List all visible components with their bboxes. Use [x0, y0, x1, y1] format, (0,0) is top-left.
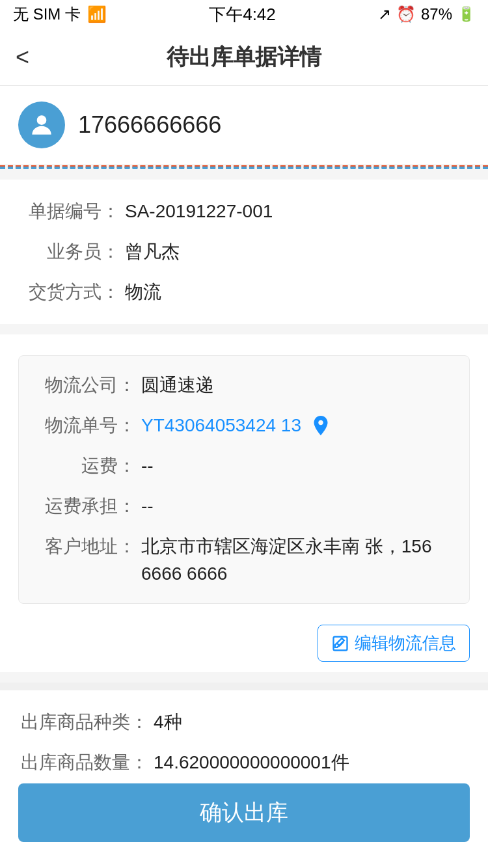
status-right: ↗ ⏰ 87% 🔋: [378, 5, 475, 23]
nav-bar: < 待出库单据详情: [0, 29, 488, 86]
tracking-no-value: YT43064053424 13: [141, 412, 451, 439]
goods-type-label: 出库商品种类：: [21, 709, 154, 736]
goods-quantity-row: 出库商品数量： 14.620000000000001件: [21, 749, 467, 776]
goods-type-row: 出库商品种类： 4种: [21, 709, 467, 736]
address-row: 客户地址： 北京市市辖区海淀区永丰南 张，156 6666 6666: [37, 533, 451, 588]
freight-bearer-row: 运费承担： --: [37, 493, 451, 520]
edit-btn-container: 编辑物流信息: [18, 614, 470, 662]
confirm-btn-wrapper: 确认出库: [0, 773, 488, 868]
battery-text: 87%: [421, 5, 452, 23]
freight-label: 运费：: [37, 452, 141, 480]
confirm-outbound-button[interactable]: 确认出库: [18, 783, 470, 842]
delivery-method-value: 物流: [125, 278, 467, 306]
edit-icon: [331, 634, 349, 653]
wifi-icon: 📶: [87, 5, 107, 23]
freight-value: --: [141, 452, 451, 480]
freight-bearer-value: --: [141, 493, 451, 520]
battery-icon: 🔋: [457, 6, 475, 23]
map-pin-icon[interactable]: [309, 414, 332, 437]
section-divider: [0, 683, 488, 690]
logistics-company-label: 物流公司：: [37, 372, 141, 399]
customer-phone: 17666666666: [78, 111, 221, 139]
customer-header: 17666666666: [0, 86, 488, 164]
basic-info-section: 单据编号： SA-20191227-001 业务员： 曾凡杰 交货方式： 物流: [0, 180, 488, 324]
avatar: [18, 102, 65, 148]
address-value: 北京市市辖区海淀区永丰南 张，156 6666 6666: [141, 533, 451, 588]
status-bar: 无 SIM 卡 📶 下午4:42 ↗ ⏰ 87% 🔋: [0, 0, 488, 29]
tracking-no-row: 物流单号： YT43064053424 13: [37, 412, 451, 439]
location-status-icon: ↗: [378, 5, 391, 23]
freight-bearer-label: 运费承担：: [37, 493, 141, 520]
address-label: 客户地址：: [37, 533, 141, 560]
logistics-card: 物流公司： 圆通速递 物流单号： YT43064053424 13 运费： --…: [18, 355, 470, 604]
user-icon: [27, 111, 56, 139]
alarm-icon: ⏰: [396, 5, 416, 23]
status-time: 下午4:42: [209, 3, 276, 26]
goods-quantity-label: 出库商品数量：: [21, 749, 154, 776]
freight-row: 运费： --: [37, 452, 451, 480]
tracking-no-label: 物流单号：: [37, 412, 141, 439]
salesman-label: 业务员：: [21, 238, 125, 265]
status-left: 无 SIM 卡 📶: [13, 4, 107, 25]
dashed-divider: [0, 164, 488, 169]
logistics-section: 物流公司： 圆通速递 物流单号： YT43064053424 13 运费： --…: [0, 334, 488, 672]
logistics-company-value: 圆通速递: [141, 372, 451, 399]
page-title: 待出库单据详情: [167, 42, 321, 72]
salesman-value: 曾凡杰: [125, 238, 467, 265]
goods-quantity-value: 14.620000000000001件: [154, 749, 467, 776]
order-no-label: 单据编号：: [21, 198, 125, 225]
edit-logistics-button[interactable]: 编辑物流信息: [318, 625, 470, 662]
order-no-value: SA-20191227-001: [125, 198, 467, 225]
salesman-row: 业务员： 曾凡杰: [21, 238, 467, 265]
svg-point-0: [37, 115, 47, 125]
goods-type-value: 4种: [154, 709, 467, 736]
order-no-row: 单据编号： SA-20191227-001: [21, 198, 467, 225]
delivery-method-label: 交货方式：: [21, 278, 125, 306]
logistics-company-row: 物流公司： 圆通速递: [37, 372, 451, 399]
delivery-method-row: 交货方式： 物流: [21, 278, 467, 306]
back-button[interactable]: <: [16, 44, 29, 71]
carrier-text: 无 SIM 卡: [13, 4, 81, 25]
